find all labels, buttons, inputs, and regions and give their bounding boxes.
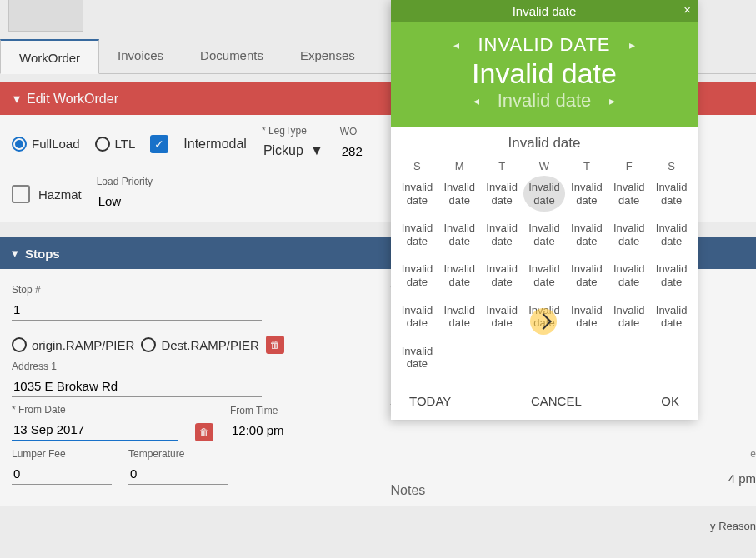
date-cell[interactable]: Invalid date <box>650 299 693 335</box>
date-picker-grid: Invalid dateInvalid dateInvalid dateInva… <box>396 176 693 376</box>
trash-icon: 🗑 <box>270 339 280 351</box>
date-cell[interactable]: Invalid date <box>396 257 438 293</box>
delete-ramp-button[interactable]: 🗑 <box>266 336 284 354</box>
date-cell[interactable]: Invalid date <box>523 217 566 252</box>
date-picker-header: ◂ INVALID DATE ▸ Invalid date ◂ Invalid … <box>391 22 698 127</box>
prev-month-icon[interactable]: ◂ <box>473 94 479 107</box>
radio-icon <box>12 337 27 352</box>
cancel-button[interactable]: CANCEL <box>531 394 582 408</box>
date-cell[interactable]: Invalid date <box>481 217 523 252</box>
date-picker-main: Invalid date <box>399 57 689 90</box>
date-cell[interactable]: Invalid date <box>396 217 438 252</box>
today-button[interactable]: TODAY <box>409 394 451 408</box>
panel-title: Edit WorkOrder <box>27 92 118 107</box>
next-month-icon[interactable]: ▸ <box>609 94 615 107</box>
legtype-select[interactable]: Pickup ▼ <box>262 140 325 162</box>
load-priority-label: Load Priority <box>97 176 197 187</box>
radio-icon <box>12 137 27 152</box>
date-cell[interactable]: Invalid date <box>565 299 608 335</box>
radio-fullload[interactable]: FullLoad <box>12 137 80 152</box>
date-cell[interactable]: Invalid date <box>438 257 481 293</box>
ok-button[interactable]: OK <box>661 394 679 408</box>
wo-input[interactable] <box>340 141 373 162</box>
date-cell[interactable]: Invalid date <box>438 176 481 212</box>
radio-dest-ramp[interactable]: Dest.RAMP/PIER <box>141 337 259 352</box>
date-cell[interactable]: Invalid date <box>396 299 438 335</box>
load-priority-input[interactable] <box>97 191 197 212</box>
dow: M <box>438 160 481 172</box>
radio-label: Dest.RAMP/PIER <box>161 338 259 352</box>
prev-year-icon[interactable]: ◂ <box>453 38 459 52</box>
radio-ltl[interactable]: LTL <box>95 137 136 152</box>
date-cell[interactable]: Invalid date <box>481 299 523 335</box>
stop-no-input[interactable] <box>12 299 262 321</box>
dow: S <box>650 160 693 172</box>
wo-label: WO <box>340 126 373 137</box>
from-time-label: From Time <box>230 405 313 416</box>
date-cell[interactable]: Invalid date <box>523 299 566 335</box>
chevron-down-icon: ▾ <box>13 91 20 107</box>
date-picker-titlebar: Invalid date × <box>391 0 698 22</box>
date-cell[interactable]: Invalid date <box>481 257 523 293</box>
address1-input[interactable] <box>12 376 262 397</box>
date-cell[interactable]: Invalid date <box>481 176 523 212</box>
date-cell[interactable]: Invalid date <box>650 217 693 252</box>
date-cell[interactable]: Invalid date <box>608 176 650 212</box>
date-cell[interactable]: Invalid date <box>523 176 566 212</box>
from-time-input[interactable] <box>230 420 313 441</box>
chevron-down-icon: ▾ <box>12 246 18 261</box>
close-icon[interactable]: × <box>683 2 691 17</box>
clear-date-button[interactable]: 🗑 <box>195 423 213 441</box>
tab-invoices[interactable]: Invoices <box>99 38 182 73</box>
radio-icon <box>141 337 156 352</box>
legtype-value: Pickup <box>263 143 303 158</box>
dow: F <box>608 160 650 172</box>
top-placeholder-block <box>8 0 83 32</box>
lumper-label: Lumper Fee <box>12 448 112 460</box>
date-cell[interactable]: Invalid date <box>396 176 438 212</box>
checkbox-hazmat[interactable]: Hazmat <box>12 185 82 203</box>
temperature-label: Temperature <box>128 448 228 460</box>
date-cell[interactable]: Invalid date <box>608 257 650 293</box>
lumper-input[interactable] <box>12 463 112 485</box>
date-cell[interactable]: Invalid date <box>608 299 650 335</box>
chevron-down-icon: ▼ <box>310 143 323 158</box>
dow: S <box>396 160 438 172</box>
date-picker-actions: TODAY CANCEL OK <box>391 384 698 420</box>
radio-origin-ramp[interactable]: origin.RAMP/PIER <box>12 337 134 352</box>
hazmat-label: Hazmat <box>38 187 82 202</box>
tab-workorder[interactable]: WorkOrder <box>0 39 99 74</box>
date-picker-calendar[interactable]: Invalid date S M T W T F S Invalid dateI… <box>391 127 698 384</box>
checkbox-icon <box>12 185 30 203</box>
radio-label: LTL <box>115 137 136 151</box>
peek-time-value: 4 pm <box>728 471 756 486</box>
next-year-icon[interactable]: ▸ <box>629 38 635 52</box>
date-picker-dow-row: S M T W T F S <box>396 157 693 176</box>
date-cell[interactable]: Invalid date <box>438 299 481 335</box>
date-cell[interactable]: Invalid date <box>565 176 608 212</box>
date-cell[interactable]: Invalid date <box>650 176 693 212</box>
date-cell[interactable]: Invalid date <box>396 340 438 376</box>
stops-title: Stops <box>25 247 60 261</box>
checkbox-intermodal[interactable]: ✓ <box>150 135 168 153</box>
date-cell[interactable]: Invalid date <box>565 257 608 293</box>
date-cell[interactable]: Invalid date <box>565 217 608 252</box>
address1-label: Address 1 <box>12 361 366 372</box>
from-date-label: * From Date <box>12 404 178 416</box>
date-cell[interactable]: Invalid date <box>523 257 566 293</box>
tab-documents[interactable]: Documents <box>182 38 282 73</box>
from-date-input[interactable] <box>12 419 178 441</box>
stop-no-label: Stop # <box>12 284 366 296</box>
dow: T <box>481 160 523 172</box>
date-cell[interactable]: Invalid date <box>438 217 481 252</box>
legtype-label: * LegType <box>262 125 325 137</box>
peek-time-label: e <box>750 448 756 460</box>
trash-icon: 🗑 <box>199 426 209 438</box>
temperature-input[interactable] <box>128 463 228 485</box>
date-cell[interactable]: Invalid date <box>608 217 650 252</box>
dow: W <box>523 160 566 172</box>
date-picker-sub: Invalid date <box>498 90 592 112</box>
tab-expenses[interactable]: Expenses <box>282 38 373 73</box>
date-cell[interactable]: Invalid date <box>650 257 693 293</box>
dow: T <box>565 160 608 172</box>
